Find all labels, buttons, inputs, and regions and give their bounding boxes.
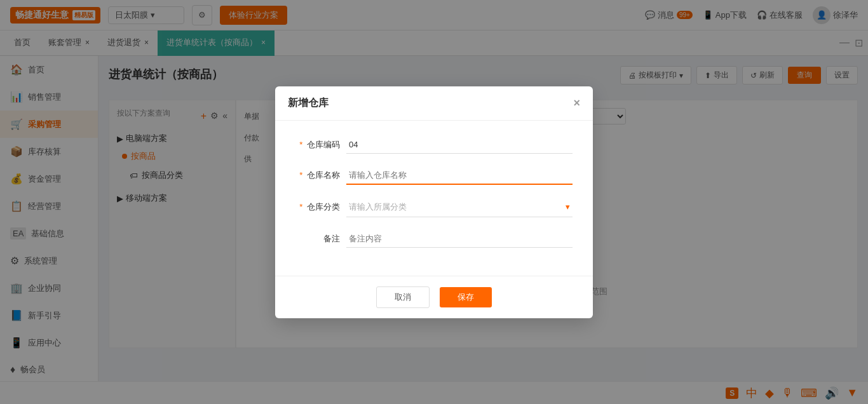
- category-placeholder: 请输入所属分类: [349, 201, 407, 213]
- required-star-name: *: [299, 170, 302, 180]
- cancel-button[interactable]: 取消: [376, 286, 430, 308]
- add-warehouse-modal: 新增仓库 × * 仓库编码 * 仓库名称: [275, 86, 593, 318]
- form-row-code: * 仓库编码: [295, 136, 573, 154]
- save-button[interactable]: 保存: [440, 287, 492, 307]
- code-label: * 仓库编码: [295, 139, 346, 151]
- remark-input[interactable]: [346, 230, 573, 248]
- required-star-cat: *: [299, 202, 302, 212]
- category-chevron-icon: ▾: [566, 202, 570, 212]
- required-star: *: [299, 140, 302, 149]
- modal-overlay[interactable]: 新增仓库 × * 仓库编码 * 仓库名称: [0, 0, 868, 404]
- modal-close-button[interactable]: ×: [573, 97, 580, 110]
- modal-header: 新增仓库 ×: [275, 86, 593, 121]
- form-row-name: * 仓库名称: [295, 166, 573, 185]
- form-row-remark: 备注: [295, 230, 573, 248]
- modal-title: 新增仓库: [288, 97, 329, 110]
- modal-footer: 取消 保存: [275, 276, 593, 318]
- name-input[interactable]: [346, 166, 573, 185]
- category-select[interactable]: 请输入所属分类 ▾: [346, 198, 573, 217]
- category-label: * 仓库分类: [295, 201, 346, 213]
- category-label-text: 仓库分类: [307, 202, 340, 212]
- code-input[interactable]: [346, 136, 573, 154]
- form-row-category: * 仓库分类 请输入所属分类 ▾: [295, 198, 573, 217]
- remark-label-text: 备注: [323, 234, 340, 243]
- code-label-text: 仓库编码: [307, 140, 340, 149]
- name-label: * 仓库名称: [295, 170, 346, 181]
- remark-label: 备注: [295, 233, 346, 245]
- name-label-text: 仓库名称: [307, 170, 340, 180]
- modal-body: * 仓库编码 * 仓库名称 * 仓库分类 请输入所属: [275, 121, 593, 276]
